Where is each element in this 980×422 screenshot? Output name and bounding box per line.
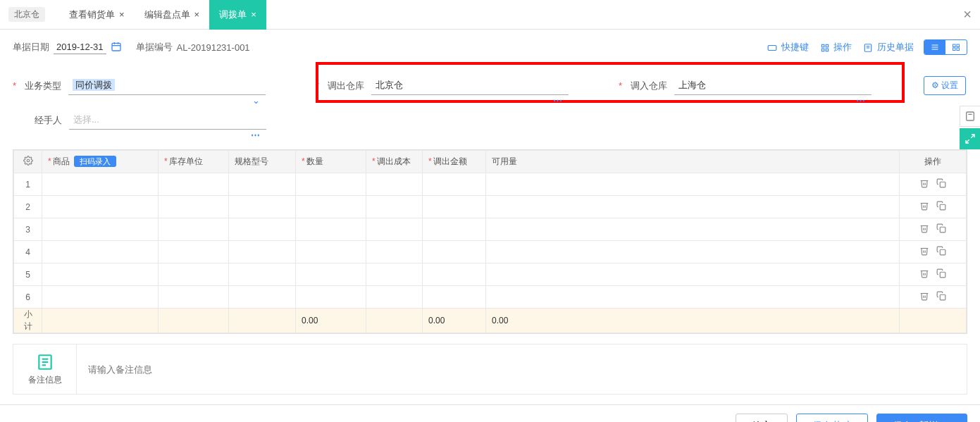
required-icon: * [316,80,319,91]
select-value: 上海仓 [678,80,706,90]
tab-transfer[interactable]: 调拨单× [209,0,266,30]
warehouse-tag: 北京仓 [8,7,45,22]
remark-label: 备注信息 [28,374,62,386]
copy-icon[interactable] [936,268,946,278]
button-label: 设置 [941,80,958,90]
copy-icon[interactable] [936,201,946,211]
svg-rect-17 [953,48,956,51]
abandon-button[interactable]: 放弃 [736,414,788,423]
more-icon[interactable]: ⋯ [251,130,261,140]
svg-rect-6 [826,44,829,47]
svg-line-21 [971,135,974,138]
billno-label: 单据编号 [136,41,173,54]
subtotal-label: 小计 [14,309,42,333]
col-qty: *数量 [296,151,366,173]
expand-icon[interactable] [960,128,980,149]
remark-input[interactable] [77,364,967,375]
date-input[interactable]: 2019-12-31 [54,40,106,54]
row-number: 3 [14,218,42,241]
delete-icon[interactable] [919,178,929,188]
history-button[interactable]: 历史单据 [863,41,914,54]
delete-icon[interactable] [919,201,929,211]
view-toggle [924,39,967,55]
side-buttons [960,106,980,151]
delete-icon[interactable] [919,268,929,278]
row-ops [900,196,967,218]
gear-header[interactable] [14,151,42,173]
note-icon[interactable] [960,106,980,127]
link-label: 快捷键 [781,42,809,52]
row-number: 4 [14,241,42,263]
tab-edit-inventory[interactable]: 编辑盘点单× [135,0,210,30]
out-warehouse-select[interactable]: 北京仓 [371,76,569,95]
required-icon: * [619,80,622,91]
operate-button[interactable]: 操作 [820,41,852,54]
close-all-icon[interactable]: × [963,6,972,23]
col-ops: 操作 [900,151,967,173]
info-bar: 单据日期 2019-12-31 单据编号 AL-20191231-001 快捷键… [0,30,980,65]
more-icon[interactable]: ⋯ [553,95,563,106]
in-warehouse-select[interactable]: 上海仓 [674,76,872,95]
col-spec: 规格型号 [229,151,296,173]
close-icon[interactable]: × [251,9,256,20]
handler-select[interactable]: 选择... [69,111,266,130]
svg-rect-15 [953,44,956,47]
copy-icon[interactable] [936,178,946,188]
tab-label: 查看销货单 [69,8,115,21]
calendar-icon[interactable] [111,41,122,54]
remark-area: 备注信息 [13,344,967,395]
date-label: 单据日期 [13,41,49,54]
row-ops [900,263,967,286]
view-list-icon[interactable] [924,40,945,54]
tab-label: 编辑盘点单 [144,8,190,21]
svg-rect-4 [768,45,776,50]
items-table: *商品扫码录入 *库存单位 规格型号 *数量 *调出成本 *调出金额 可用量 操… [13,149,967,334]
col-unit: *库存单位 [159,151,229,173]
svg-rect-19 [967,112,974,120]
col-out-cost: *调出成本 [366,151,423,173]
shortcut-button[interactable]: 快捷键 [767,41,809,54]
svg-rect-7 [821,49,824,51]
copy-icon[interactable] [936,291,946,301]
settings-button[interactable]: ⚙ 设置 [924,76,966,95]
col-available: 可用量 [486,151,900,173]
save-draft-button[interactable]: 保存草稿 [796,414,868,423]
close-icon[interactable]: × [119,9,125,20]
svg-rect-18 [957,48,960,51]
table-row[interactable]: 4 [14,241,967,263]
svg-rect-26 [940,227,945,232]
table-row[interactable]: 2 [14,196,967,218]
row-ops [900,218,967,241]
scan-badge[interactable]: 扫码录入 [74,156,116,167]
delete-icon[interactable] [919,291,929,301]
table-row[interactable]: 1 [14,173,967,196]
required-icon: * [13,80,16,91]
table-row[interactable]: 6 [14,286,967,309]
tab-label: 调拨单 [219,8,247,21]
delete-icon[interactable] [919,223,929,233]
delete-icon[interactable] [919,246,929,256]
close-icon[interactable]: × [194,9,200,20]
biz-type-select[interactable]: 同价调拨 [68,76,266,95]
more-icon[interactable]: ⋯ [856,95,866,106]
row-number: 2 [14,196,42,218]
save-new-button[interactable]: 保存&新增︿ [876,414,967,423]
billno-value: AL-20191231-001 [177,42,250,53]
note-icon [36,353,54,371]
copy-icon[interactable] [936,223,946,233]
subtotal-available: 0.00 [486,309,900,333]
select-value: 同价调拨 [73,79,115,91]
out-wh-label: 调出仓库 [322,80,364,92]
copy-icon[interactable] [936,246,946,256]
svg-rect-27 [940,249,945,255]
table-row[interactable]: 5 [14,263,967,286]
biz-type-label: 业务类型 [19,80,61,92]
col-product: *商品扫码录入 [42,151,159,173]
table-row[interactable]: 3 [14,218,967,241]
footer-bar: 放弃 保存草稿 保存&新增︿ [0,404,980,422]
tab-view-sales[interactable]: 查看销货单× [59,0,135,30]
svg-rect-8 [826,49,829,51]
svg-rect-0 [112,43,120,51]
view-grid-icon[interactable] [945,40,967,54]
handler-label: 经手人 [20,114,62,127]
